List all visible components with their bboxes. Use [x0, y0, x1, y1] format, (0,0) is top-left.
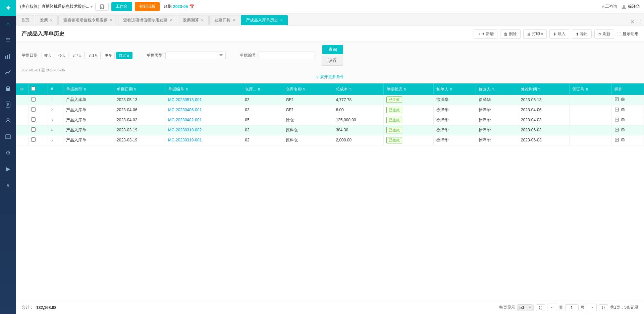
sidebar-item-file[interactable] — [0, 97, 16, 113]
expand-filter-btn[interactable]: ∨ 展开更多条件 — [316, 74, 344, 80]
delete-icon-2[interactable] — [621, 117, 625, 123]
date-today-btn[interactable]: 今天 — [56, 52, 68, 59]
row-checkbox-3[interactable] — [31, 127, 36, 132]
tab-sales-vat[interactable]: 查看销项增值税专用发票 ✕ — [58, 15, 117, 25]
select-all-checkbox[interactable] — [31, 86, 36, 91]
sidebar-item-tax[interactable] — [0, 129, 16, 145]
th-type[interactable]: 单据类型 ⇅ — [63, 83, 114, 95]
edit-icon-4[interactable] — [614, 137, 619, 143]
tab-close-invoice[interactable]: ✕ — [50, 18, 53, 22]
row-link-0[interactable]: MC-20230513-001 — [168, 98, 202, 102]
tab-expand-icon[interactable]: ⛶ — [637, 19, 641, 25]
last-page-btn[interactable]: ⟩⟩ — [599, 304, 608, 311]
row-link-1[interactable]: MC-20230406-001 — [168, 108, 202, 112]
app-logo[interactable]: ✦ — [0, 0, 16, 16]
row-checkbox-0[interactable] — [31, 97, 36, 102]
th-modify-time[interactable]: 修改时间 ⇅ — [518, 83, 570, 95]
th-checkbox[interactable] — [28, 83, 48, 95]
td-number-1[interactable]: MC-20230406-001 — [165, 105, 242, 115]
tab-close-all[interactable]: ✕ — [630, 19, 635, 25]
th-status[interactable]: 单据状态 ⇅ — [384, 83, 434, 95]
delete-icon-4[interactable] — [621, 137, 625, 143]
td-number-4[interactable]: MC-20230319-001 — [165, 135, 242, 145]
th-warehouse-code[interactable]: 仓库... ⇅ — [242, 83, 283, 95]
doc-btn[interactable] — [95, 3, 109, 11]
sidebar-item-version[interactable]: V — [0, 177, 16, 193]
row-checkbox-4[interactable] — [31, 137, 36, 142]
export-btn[interactable]: ⬆ 导出 — [572, 29, 592, 39]
next-page-btn[interactable]: ＞ — [587, 304, 597, 311]
tab-close-calc[interactable]: ✕ — [201, 18, 204, 22]
new-btn[interactable]: ＋ + 新增 — [474, 29, 497, 39]
import-btn[interactable]: ⬇ 导入 — [549, 29, 569, 39]
th-total-cost[interactable]: 总成本 ⇅ — [333, 83, 384, 95]
search-btn[interactable]: 查询 — [322, 45, 343, 54]
tab-close-history[interactable]: ✕ — [280, 18, 283, 22]
row-link-2[interactable]: MC-20230402-001 — [168, 118, 202, 122]
edit-icon-2[interactable] — [614, 117, 619, 123]
print-btn[interactable]: 🖨 打印 ▾ — [523, 29, 547, 39]
tab-close-open[interactable]: ✕ — [232, 18, 235, 22]
user-service-btn[interactable]: 人工咨询 — [601, 4, 617, 9]
tab-close-sales-vat[interactable]: ✕ — [110, 18, 112, 22]
th-voucher[interactable]: 凭证号 ⇅ — [570, 83, 612, 95]
row-link-4[interactable]: MC-20230319-001 — [168, 138, 202, 142]
sidebar-item-analytics[interactable] — [0, 64, 16, 80]
tab-purchase-vat[interactable]: 查看进项增值税专用发票 ✕ — [118, 15, 177, 25]
number-filter-input[interactable] — [259, 52, 315, 59]
td-number-3[interactable]: MC-20230319-002 — [165, 125, 242, 135]
date-7days-btn[interactable]: 近7天 — [70, 52, 85, 59]
per-page-select[interactable]: 50 20 100 200 — [517, 304, 534, 311]
date-more-btn[interactable]: 更多 — [102, 52, 115, 59]
td-checkbox-4[interactable] — [28, 135, 48, 145]
type-filter-select[interactable] — [165, 52, 226, 59]
delete-btn[interactable]: 🗑 删除 — [500, 29, 521, 39]
sidebar-item-home[interactable]: ⌂ — [0, 16, 16, 32]
refresh-btn[interactable]: ↻ 刷新 — [594, 29, 614, 39]
sidebar-item-settings[interactable]: ⚙ — [0, 145, 16, 161]
td-number-2[interactable]: MC-20230402-001 — [165, 115, 242, 125]
th-number[interactable]: 单据编号 ⇅ — [165, 83, 242, 95]
sidebar-item-media[interactable]: ▶ — [0, 161, 16, 177]
td-checkbox-3[interactable] — [28, 125, 48, 135]
sidebar-item-stamp[interactable] — [0, 113, 16, 129]
th-warehouse-name[interactable]: 仓库名称 ⇅ — [283, 83, 333, 95]
sidebar-item-lock[interactable] — [0, 80, 16, 97]
workbench-btn[interactable]: 工作台 — [111, 2, 132, 11]
prev-page-btn[interactable]: ＜ — [547, 304, 557, 311]
td-checkbox-1[interactable] — [28, 105, 48, 115]
period-selector[interactable]: 账期 2023-05 📅 — [164, 4, 194, 9]
tab-calc[interactable]: 发票测算 ✕ — [178, 15, 209, 25]
edit-icon-3[interactable] — [614, 127, 619, 133]
td-number-0[interactable]: MC-20230513-001 — [165, 95, 242, 105]
company-selector[interactable]: (库存核算）直播轻挑通信息技术股份... ▾ — [20, 4, 93, 9]
row-checkbox-1[interactable] — [31, 107, 36, 112]
date-yesterday-btn[interactable]: 昨天 — [42, 52, 54, 59]
delete-icon-1[interactable] — [621, 107, 625, 113]
td-checkbox-2[interactable] — [28, 115, 48, 125]
reset-btn[interactable]: 设置 — [322, 56, 343, 66]
date-custom-btn[interactable]: 自定义 — [116, 52, 132, 59]
tab-close-purchase-vat[interactable]: ✕ — [169, 18, 172, 22]
switch-version-btn[interactable]: 初到旧版 — [135, 2, 160, 11]
delete-icon-0[interactable] — [621, 97, 625, 103]
row-link-3[interactable]: MC-20230319-002 — [168, 128, 202, 132]
sidebar-item-docs[interactable]: ☰ — [0, 32, 16, 48]
calendar-icon[interactable]: 📅 — [189, 4, 194, 9]
th-creator[interactable]: 制单人 ⇅ — [434, 83, 476, 95]
show-detail-label[interactable]: 显示明细 — [617, 31, 639, 37]
first-page-btn[interactable]: ⟨⟨ — [536, 304, 545, 311]
delete-icon-3[interactable] — [621, 127, 625, 133]
th-date[interactable]: 单据日期 ⇅ — [114, 83, 165, 95]
print-dropdown-icon[interactable]: ▾ — [541, 32, 543, 37]
sidebar-item-chart[interactable] — [0, 48, 16, 64]
edit-icon-1[interactable] — [614, 107, 619, 113]
tab-history[interactable]: 产成品入库单历史 ✕ — [241, 15, 288, 25]
td-checkbox-0[interactable] — [28, 95, 48, 105]
company-dropdown-icon[interactable]: ▾ — [91, 4, 93, 9]
tab-open[interactable]: 发票开具 ✕ — [209, 15, 240, 25]
edit-icon-0[interactable] — [614, 97, 619, 103]
date-1month-btn[interactable]: 近1月 — [86, 52, 101, 59]
row-checkbox-2[interactable] — [31, 117, 36, 122]
th-modifier[interactable]: 修改人 ⇅ — [476, 83, 518, 95]
